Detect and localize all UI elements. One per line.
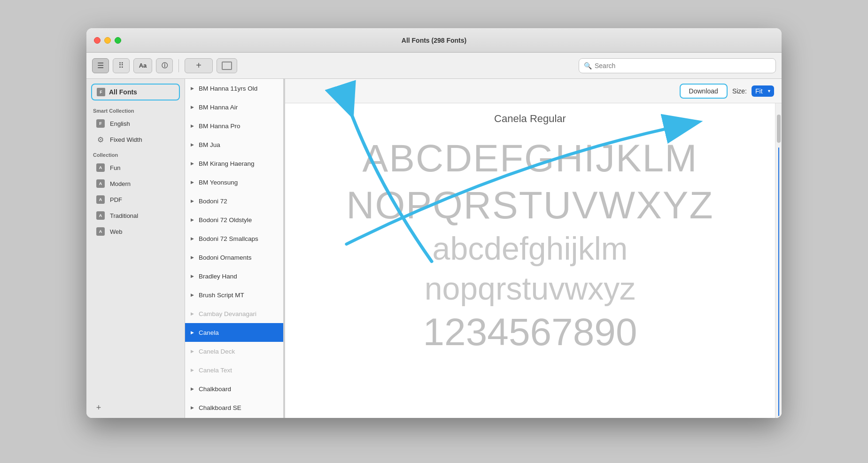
font-name: Bodoni 72 Smallcaps — [199, 235, 258, 242]
list-icon: ☰ — [97, 61, 104, 70]
font-item-bm-hanna-old[interactable]: ▶ BM Hanna 11yrs Old — [185, 79, 283, 98]
font-item-bodoni72[interactable]: ▶ Bodoni 72 — [185, 192, 283, 210]
disclosure-arrow: ▶ — [191, 274, 194, 278]
font-item-bm-kirang[interactable]: ▶ BM Kirang Haerang — [185, 154, 283, 173]
font-item-cambay[interactable]: ▶ Cambay Devanagari — [185, 304, 283, 323]
disclosure-arrow: ▶ — [191, 180, 194, 185]
font-name: BM Jua — [199, 141, 220, 148]
disclosure-arrow: ▶ — [191, 105, 194, 109]
font-item-chalkboard-se[interactable]: ▶ Chalkboard SE — [185, 398, 283, 417]
sidebar-item-modern[interactable]: A Modern — [89, 176, 182, 191]
disclosure-arrow: ▶ — [191, 330, 194, 335]
sidebar-item-web[interactable]: A Web — [89, 224, 182, 239]
font-item-bm-hanna-pro[interactable]: ▶ BM Hanna Pro — [185, 116, 283, 135]
font-item-bodoni72-smallcaps[interactable]: ▶ Bodoni 72 Smallcaps — [185, 229, 283, 248]
sidebar-item-pdf[interactable]: A PDF — [89, 192, 182, 207]
search-bar[interactable]: 🔍 — [579, 58, 776, 73]
all-fonts-label: All Fonts — [109, 88, 137, 96]
font-name: Bradley Hand — [199, 273, 237, 280]
font-name: Chalkboard SE — [199, 404, 241, 411]
size-select-wrapper[interactable]: Fit 12 18 24 36 48 72 — [752, 85, 774, 97]
main-content: F All Fonts Smart Collection F English ⚙… — [86, 79, 782, 418]
preview-lowercase-first: abcdefghijklm — [433, 231, 628, 266]
preview-scrollbar[interactable] — [775, 103, 782, 418]
font-name: BM Hanna Pro — [199, 123, 240, 130]
scrollbar-track — [778, 147, 779, 416]
preview-icon — [222, 62, 232, 70]
disclosure-arrow: ▶ — [191, 217, 194, 222]
modern-label: Modern — [110, 180, 131, 187]
disclosure-arrow: ▶ — [191, 311, 194, 316]
list-view-button[interactable]: ☰ — [92, 58, 109, 73]
font-name-display: Canela Regular — [494, 113, 566, 125]
preview-area: Download Size: Fit 12 18 24 36 48 72 — [285, 79, 782, 418]
info-button[interactable]: ⓘ — [156, 58, 173, 73]
preview-toolbar: Download Size: Fit 12 18 24 36 48 72 — [285, 79, 782, 103]
font-preview-button[interactable]: Aa — [133, 58, 152, 73]
titlebar: All Fonts (298 Fonts) — [86, 28, 782, 53]
preview-inner: Canela Regular ABCDEFGHIJKLM NOPQRSTUVWX… — [285, 103, 782, 418]
maximize-button[interactable] — [115, 37, 121, 44]
preview-uppercase-second: NOPQRSTUVWXYZ — [346, 184, 713, 226]
modern-icon: A — [96, 179, 105, 188]
add-collection-footer-button[interactable]: + — [93, 402, 104, 413]
app-window: All Fonts (298 Fonts) ☰ ⠿ Aa ⓘ + 🔍 — [86, 28, 782, 418]
font-item-bodoni-ornaments[interactable]: ▶ Bodoni Ornaments — [185, 248, 283, 267]
traditional-icon: A — [96, 211, 105, 220]
search-input[interactable] — [595, 62, 771, 69]
english-label: English — [110, 120, 130, 127]
font-item-brush-script[interactable]: ▶ Brush Script MT — [185, 286, 283, 304]
preview-mode-button[interactable] — [217, 58, 237, 73]
size-label: Size: — [732, 87, 747, 95]
font-item-bm-jua[interactable]: ▶ BM Jua — [185, 135, 283, 154]
smart-collection-heading: Smart Collection — [86, 103, 185, 116]
font-name: Canela Text — [199, 367, 232, 374]
sidebar-item-english[interactable]: F English — [89, 116, 182, 131]
traditional-label: Traditional — [110, 212, 138, 219]
sidebar-item-fun[interactable]: A Fun — [89, 160, 182, 175]
disclosure-arrow: ▶ — [191, 161, 194, 166]
search-icon: 🔍 — [584, 62, 592, 69]
scrollbar-thumb[interactable] — [777, 115, 781, 143]
web-icon: A — [96, 227, 105, 236]
pdf-label: PDF — [110, 196, 122, 203]
close-button[interactable] — [94, 37, 101, 44]
font-name: Bodoni 72 — [199, 198, 227, 205]
font-name: BM Kirang Haerang — [199, 160, 255, 167]
preview-uppercase-first: ABCDEFGHIJKLM — [363, 137, 698, 179]
font-name: BM Hanna Air — [199, 104, 238, 111]
font-name: Bodoni Ornaments — [199, 254, 252, 261]
font-item-bradley-hand[interactable]: ▶ Bradley Hand — [185, 267, 283, 286]
font-item-chalkboard[interactable]: ▶ Chalkboard — [185, 379, 283, 398]
preview-lowercase-second: nopqrstuvwxyz — [425, 271, 636, 306]
sidebar-item-fixed-width[interactable]: ⚙ Fixed Width — [89, 132, 182, 147]
font-item-bm-hanna-air[interactable]: ▶ BM Hanna Air — [185, 98, 283, 116]
toolbar-separator-1 — [178, 59, 179, 72]
all-fonts-button[interactable]: F All Fonts — [91, 84, 180, 100]
minimize-button[interactable] — [104, 37, 111, 44]
font-name: Chalkboard — [199, 386, 231, 393]
font-item-bodoni72-oldstyle[interactable]: ▶ Bodoni 72 Oldstyle — [185, 210, 283, 229]
disclosure-arrow: ▶ — [191, 199, 194, 203]
grid-view-button[interactable]: ⠿ — [113, 58, 130, 73]
grid-icon: ⠿ — [118, 61, 124, 70]
web-label: Web — [110, 228, 123, 235]
disclosure-arrow: ▶ — [191, 386, 194, 391]
size-select[interactable]: Fit 12 18 24 36 48 72 — [752, 85, 774, 97]
add-collection-button[interactable]: + — [185, 58, 213, 73]
font-name: Brush Script MT — [199, 292, 244, 299]
aa-icon: Aa — [139, 62, 147, 69]
font-item-canela-deck[interactable]: ▶ Canela Deck — [185, 342, 283, 361]
font-item-canela[interactable]: ▶ Canela — [185, 323, 283, 342]
download-button[interactable]: Download — [680, 84, 728, 99]
font-item-canela-text[interactable]: ▶ Canela Text — [185, 361, 283, 379]
disclosure-arrow: ▶ — [191, 349, 194, 354]
sidebar-item-traditional[interactable]: A Traditional — [89, 208, 182, 223]
all-fonts-icon: F — [97, 88, 105, 96]
disclosure-arrow: ▶ — [191, 368, 194, 372]
sidebar-footer: + — [86, 397, 185, 418]
font-item-bm-yeonsung[interactable]: ▶ BM Yeonsung — [185, 173, 283, 192]
fixed-width-label: Fixed Width — [110, 136, 142, 143]
font-item-chalkduster[interactable]: ▶ Chalkduster — [185, 417, 283, 418]
font-name: BM Yeonsung — [199, 179, 238, 186]
